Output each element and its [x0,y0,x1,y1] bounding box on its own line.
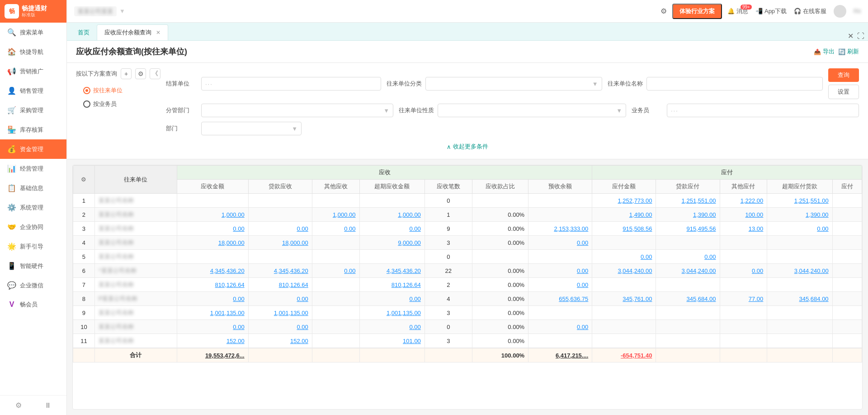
ap-overdue[interactable] [767,278,832,292]
ar-overdue[interactable]: 810,126.64 [359,278,425,292]
ap-last[interactable] [832,208,862,222]
footer-prepaid[interactable]: 6,417,215.... [528,348,592,363]
ap-amount[interactable]: 915,508.56 [592,222,656,236]
ar-loan[interactable] [248,194,312,208]
partner-name-input[interactable] [646,77,823,91]
avatar[interactable] [834,5,846,18]
ar-other[interactable] [312,236,359,250]
ap-overdue[interactable]: 345,684.00 [767,292,832,306]
ar-amount[interactable]: 0.00 [177,320,249,334]
prepaid[interactable] [528,208,592,222]
ap-amount[interactable] [592,334,656,348]
query-button[interactable]: 查询 [828,68,859,82]
ap-last[interactable] [832,320,862,334]
ar-overdue[interactable]: 0.00 [359,320,425,334]
settlement-unit-input[interactable]: ··· [201,77,381,91]
ar-other[interactable]: 1,000.00 [312,208,359,222]
ar-other[interactable]: 0.00 [312,222,359,236]
ap-last[interactable] [832,194,862,208]
footer-ar-total[interactable]: 19,553,472,6... [177,348,249,363]
ap-loan[interactable] [656,306,720,320]
ar-amount[interactable] [177,194,249,208]
ap-last[interactable] [832,306,862,320]
ar-overdue[interactable]: 101.00 [359,334,425,348]
ap-last[interactable] [832,250,862,264]
export-button[interactable]: 📤 导出 [814,48,835,56]
sidebar-item-marketing[interactable]: 📢 营销推广 [0,62,66,81]
ap-amount[interactable]: 345,761.00 [592,292,656,306]
ap-loan[interactable] [656,334,720,348]
ar-amount[interactable]: 0.00 [177,292,249,306]
ap-loan[interactable]: 0.00 [656,250,720,264]
ap-loan[interactable] [656,236,720,250]
ap-loan[interactable]: 1,390.00 [656,208,720,222]
ap-amount[interactable] [592,278,656,292]
tab-home[interactable]: 首页 [71,25,97,40]
prepaid[interactable] [528,334,592,348]
ap-other[interactable] [720,278,767,292]
sidebar-item-operations[interactable]: 📊 经营管理 [0,159,66,178]
prepaid[interactable]: 655,636.75 [528,292,592,306]
ap-other[interactable] [720,306,767,320]
prepaid[interactable]: 2,153,333.00 [528,222,592,236]
ap-overdue[interactable]: 0.00 [767,222,832,236]
settings-button[interactable]: 设置 [828,85,859,99]
sidebar-item-basic[interactable]: 📋 基础信息 [0,178,66,198]
ar-overdue[interactable] [359,250,425,264]
sidebar-item-finance[interactable]: 💰 资金管理 [0,139,66,159]
ar-amount[interactable]: 4,345,436.20 [177,264,249,278]
ar-loan[interactable]: 4,345,436.20 [248,264,312,278]
ar-loan[interactable]: 0.00 [248,292,312,306]
app-download-button[interactable]: 📲 App下载 [755,7,787,15]
ap-loan[interactable]: 915,495.56 [656,222,720,236]
prepaid[interactable]: 0.00 [528,236,592,250]
ar-other[interactable] [312,278,359,292]
ar-overdue[interactable]: 0.00 [359,292,425,306]
prepaid[interactable]: 0.00 [528,320,592,334]
ar-overdue[interactable]: 4,345,436.20 [359,264,425,278]
ap-amount[interactable]: 1,490.00 [592,208,656,222]
ap-overdue[interactable] [767,236,832,250]
ar-amount[interactable]: 810,126.64 [177,278,249,292]
collapse-button[interactable]: ∧ 收起更多条件 [76,140,859,153]
ar-amount[interactable]: 1,001,135.00 [177,306,249,320]
ap-other[interactable]: 0.00 [720,264,767,278]
ap-other[interactable]: 13.00 [720,222,767,236]
ap-overdue[interactable]: 1,390.00 [767,208,832,222]
partner-category-input[interactable]: ▼ [425,77,602,91]
ar-overdue[interactable]: 9,000.00 [359,236,425,250]
ap-amount[interactable] [592,320,656,334]
edit-scheme-btn[interactable]: ⚙ [135,68,146,79]
ar-loan[interactable]: 152.00 [248,334,312,348]
ar-amount[interactable]: 152.00 [177,334,249,348]
ar-other[interactable]: 0.00 [312,264,359,278]
ar-overdue[interactable]: 1,001,135.00 [359,306,425,320]
ap-last[interactable] [832,334,862,348]
ap-overdue[interactable] [767,250,832,264]
ap-last[interactable] [832,222,862,236]
promo-button[interactable]: 体验行业方案 [672,4,722,19]
option-by-salesman[interactable]: 按业务员 [80,98,160,110]
ap-loan[interactable] [656,278,720,292]
settings-col-header[interactable]: ⚙ [73,166,95,194]
ar-amount[interactable] [177,250,249,264]
ap-last[interactable] [832,236,862,250]
ap-overdue[interactable]: 3,044,240.00 [767,264,832,278]
partner-nature-input[interactable]: ▼ [438,104,626,117]
ap-overdue[interactable] [767,306,832,320]
ar-loan[interactable] [248,208,312,222]
department-input[interactable]: ▼ [201,122,302,135]
prepaid[interactable] [528,194,592,208]
settings-icon[interactable]: ⚙ [660,7,667,15]
prepaid[interactable]: 0.00 [528,264,592,278]
notify-button[interactable]: 🔔 消息 99+ [727,7,748,15]
ar-other[interactable] [312,306,359,320]
ar-other[interactable] [312,320,359,334]
sidebar-item-enterprise[interactable]: 🤝 企业协同 [0,217,66,237]
prev-scheme-btn[interactable]: 《 [150,68,160,79]
sidebar-item-guide[interactable]: 🌟 新手引导 [0,237,66,256]
prepaid[interactable] [528,250,592,264]
prepaid[interactable]: 0.00 [528,278,592,292]
sidebar-item-system[interactable]: ⚙️ 系统管理 [0,198,66,217]
ap-last[interactable] [832,278,862,292]
